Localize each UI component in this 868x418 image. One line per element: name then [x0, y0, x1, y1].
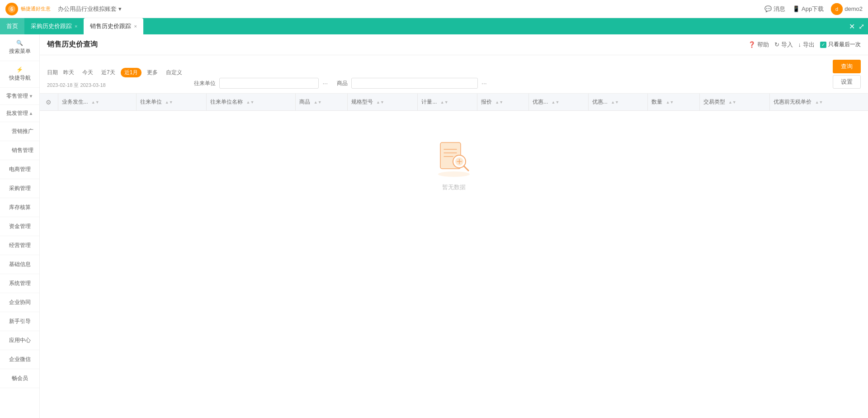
sidebar-label-sales-mgmt: 销售管理	[12, 147, 33, 154]
wholesale-arrow-icon: ▲	[29, 111, 33, 116]
tab-purchase-close[interactable]: ×	[75, 24, 77, 29]
sidebar-label-ecommerce: 电商管理	[9, 166, 31, 173]
empty-text: 暂无数据	[442, 183, 466, 191]
import-label: 导入	[781, 41, 793, 49]
date-filter-group: 日期 昨天 今天 近7天 近1月 更多 自定义 2023-02-18 至 202…	[47, 68, 185, 89]
btn-group-right: 查询 设置	[833, 60, 861, 89]
sidebar-item-finance[interactable]: 资金管理	[0, 217, 39, 236]
query-btn[interactable]: 查询	[833, 60, 861, 73]
date-btn-yesterday[interactable]: 昨天	[61, 68, 77, 77]
app-download-label: App下载	[802, 5, 824, 13]
tab-sales[interactable]: 销售历史价跟踪 ×	[84, 18, 143, 34]
sidebar-label-finance: 资金管理	[9, 223, 31, 230]
sidebar-label-wechat: 企业微信	[9, 356, 31, 363]
col-discount2[interactable]: 优惠... ▲▼	[588, 94, 648, 111]
sidebar-item-enterprise[interactable]: 企业协同	[0, 293, 39, 312]
product-input[interactable]	[351, 78, 478, 89]
sidebar-item-search-menu[interactable]: 🔍 搜索菜单	[0, 34, 39, 61]
sidebar-label-quick-nav: 快捷导航	[9, 74, 31, 82]
col-settings[interactable]: ⚙	[40, 94, 58, 111]
help-btn[interactable]: ❓ 帮助	[748, 41, 769, 49]
page-actions: ❓ 帮助 ↻ 导入 ↓ 导出 只看最后一次	[748, 41, 861, 49]
sidebar-item-wechat[interactable]: 企业微信	[0, 350, 39, 369]
tab-purchase[interactable]: 采购历史价跟踪 ×	[24, 18, 84, 34]
only-last-checkbox[interactable]: 只看最后一次	[820, 41, 861, 48]
sidebar-item-sales-mgmt[interactable]: 销售管理	[0, 141, 39, 160]
col-quote[interactable]: 报价 ▲▼	[477, 94, 528, 111]
checkbox-checked-icon	[820, 42, 826, 48]
sidebar-label-wholesale: 批发管理	[6, 109, 28, 117]
import-icon: ↻	[774, 41, 779, 48]
col-quantity[interactable]: 数量 ▲▼	[648, 94, 699, 111]
product-filter-group: 商品 ···	[337, 78, 487, 89]
date-btn-custom[interactable]: 自定义	[163, 68, 185, 77]
product-label: 商品	[337, 80, 348, 87]
avatar: d	[831, 3, 843, 15]
sort-product: ▲▼	[314, 100, 322, 104]
message-label: 消息	[774, 5, 785, 13]
date-btn-last7[interactable]: 近7天	[99, 68, 118, 77]
app-selector[interactable]: 办公用品行业模拟账套 ▾	[54, 5, 125, 13]
col-discount1[interactable]: 优惠... ▲▼	[529, 94, 589, 111]
tab-bar-actions: ✕ ⤢	[849, 22, 864, 31]
logo-text: 畅捷通好生意	[21, 6, 51, 12]
page-header: 销售历史价查询 ❓ 帮助 ↻ 导入 ↓ 导出	[40, 34, 868, 55]
app-name: 办公用品行业模拟账套	[58, 5, 117, 13]
sidebar-item-inventory[interactable]: 库存核算	[0, 198, 39, 217]
sidebar-item-purchase-mgmt[interactable]: 采购管理	[0, 179, 39, 198]
col-trade-type[interactable]: 交易类型 ▲▼	[699, 94, 770, 111]
sidebar-item-operations[interactable]: 经营管理	[0, 236, 39, 255]
sort-quote: ▲▼	[495, 100, 503, 104]
sidebar-item-ecommerce[interactable]: 电商管理	[0, 160, 39, 179]
date-btn-today[interactable]: 今天	[80, 68, 96, 77]
col-partner-code[interactable]: 往来单位 ▲▼	[136, 94, 207, 111]
gear-icon[interactable]: ⚙	[46, 99, 52, 106]
settings-btn[interactable]: 设置	[833, 75, 861, 89]
sidebar-item-retail[interactable]: 零售管理 ▼	[0, 88, 39, 105]
tab-sales-close[interactable]: ×	[134, 24, 137, 29]
app-download-btn[interactable]: 📱 App下载	[793, 5, 824, 13]
sidebar-label-search-menu: 搜索菜单	[9, 48, 31, 55]
product-input-dots[interactable]: ···	[481, 80, 487, 87]
sort-trade-type: ▲▼	[728, 100, 736, 104]
tab-close-all-icon[interactable]: ✕	[849, 22, 855, 31]
col-product-label: 商品	[299, 99, 310, 105]
data-table: ⚙ 业务发生... ▲▼ 往来单位 ▲▼ 往来单位名称 ▲▼	[40, 94, 868, 111]
date-filter-row: 日期 昨天 今天 近7天 近1月 更多 自定义	[47, 68, 185, 77]
user-name: demo2	[844, 5, 863, 12]
date-btn-last1m[interactable]: 近1月	[121, 68, 142, 77]
sidebar-item-quick-nav[interactable]: ⚡ 快捷导航	[0, 61, 39, 88]
date-btn-more[interactable]: 更多	[144, 68, 160, 77]
sidebar-item-guide[interactable]: 新手引导	[0, 312, 39, 331]
col-biz-date[interactable]: 业务发生... ▲▼	[58, 94, 136, 111]
logo-icon: 6	[5, 3, 18, 15]
sort-unit: ▲▼	[440, 100, 448, 104]
col-partner-name[interactable]: 往来单位名称 ▲▼	[207, 94, 296, 111]
partner-input[interactable]	[219, 78, 319, 89]
sidebar-item-app-center[interactable]: 应用中心	[0, 331, 39, 350]
sidebar-item-wholesale[interactable]: 批发管理 ▲	[0, 105, 39, 122]
message-btn[interactable]: 💬 消息	[764, 5, 785, 13]
message-icon: 💬	[764, 5, 772, 12]
export-btn[interactable]: ↓ 导出	[798, 41, 815, 49]
col-spec[interactable]: 规格型号 ▲▼	[347, 94, 418, 111]
col-product[interactable]: 商品 ▲▼	[296, 94, 347, 111]
svg-text:6: 6	[10, 7, 13, 12]
col-pretax-price[interactable]: 优惠前无税单价 ▲▼	[770, 94, 868, 111]
sidebar-item-system[interactable]: 系统管理	[0, 274, 39, 293]
sidebar-item-marketing[interactable]: 营销推广	[0, 122, 39, 141]
col-unit[interactable]: 计量... ▲▼	[418, 94, 477, 111]
tab-home[interactable]: 首页	[0, 18, 24, 34]
sidebar-label-guide: 新手引导	[9, 318, 31, 325]
tab-maximize-icon[interactable]: ⤢	[859, 22, 864, 31]
partner-input-dots[interactable]: ···	[322, 80, 328, 87]
import-btn[interactable]: ↻ 导入	[774, 41, 793, 49]
user-menu[interactable]: d demo2	[831, 3, 863, 15]
table-container: ⚙ 业务发生... ▲▼ 往来单位 ▲▼ 往来单位名称 ▲▼	[40, 94, 868, 418]
top-bar-left: 6 畅捷通好生意 办公用品行业模拟账套 ▾	[5, 3, 125, 15]
sidebar-item-member[interactable]: 畅会员	[0, 369, 39, 388]
sidebar-label-purchase-mgmt: 采购管理	[9, 185, 31, 192]
sidebar-item-basic-info[interactable]: 基础信息	[0, 255, 39, 274]
col-unit-label: 计量...	[421, 99, 437, 105]
col-partner-name-label: 往来单位名称	[210, 99, 243, 105]
